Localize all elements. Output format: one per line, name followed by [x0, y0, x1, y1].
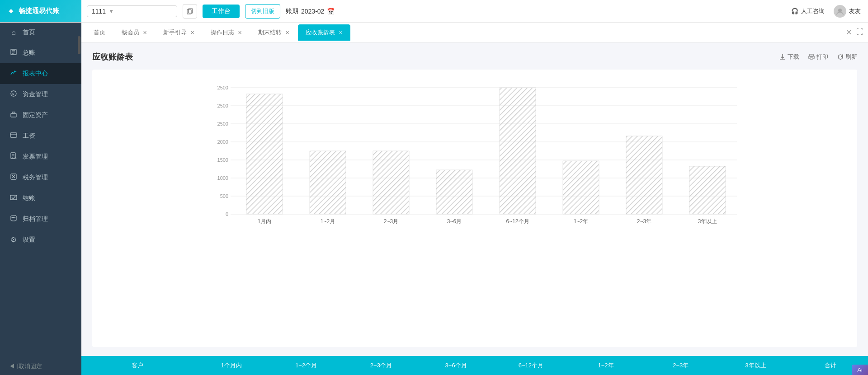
svg-text:1月内: 1月内 — [258, 218, 272, 225]
svg-text:6~12个月: 6~12个月 — [506, 218, 529, 225]
th-1-2year: 1~2年 — [568, 361, 643, 370]
expand-tabs-icon[interactable]: ⛶ — [856, 28, 863, 37]
sidebar-item-funds[interactable]: ¥ 资金管理 — [0, 84, 81, 105]
username: 友友 — [849, 7, 861, 15]
svg-rect-50 — [500, 88, 536, 214]
home-icon: ⌂ — [9, 28, 18, 37]
company-name: 1111 — [92, 8, 106, 15]
sidebar-item-reports[interactable]: 报表中心 — [0, 63, 81, 84]
svg-text:2500: 2500 — [217, 103, 228, 108]
svg-rect-44 — [310, 151, 346, 214]
logo-area: ✦ 畅捷通易代账 — [0, 0, 81, 22]
th-3year-plus: 3年以上 — [718, 361, 793, 370]
table-header: 客户 1个月内 1~2个月 2~3个月 3~6个月 6~12个月 1~2年 2~… — [81, 356, 868, 375]
switch-version-button[interactable]: 切到旧版 — [245, 4, 280, 19]
chart-container: 2500 2500 2500 2000 1500 1000 500 0 — [92, 70, 857, 347]
svg-text:1000: 1000 — [217, 175, 228, 181]
assets-icon — [9, 111, 18, 120]
header-right: 🎧 人工咨询 友友 — [791, 5, 861, 18]
copy-button[interactable] — [183, 4, 197, 19]
close-tab-period-end[interactable]: ✕ — [285, 30, 289, 36]
sidebar: ⌂ 首页 总账 报表中心 ¥ 资金管理 固定资产 — [0, 23, 81, 375]
svg-rect-48 — [436, 170, 472, 214]
svg-text:1500: 1500 — [217, 157, 228, 163]
svg-text:¥: ¥ — [12, 92, 14, 96]
svg-rect-52 — [563, 161, 599, 214]
close-all-tabs-icon[interactable]: ✕ — [846, 28, 852, 37]
workbench-button[interactable]: 工作台 — [203, 5, 240, 18]
settings-icon: ⚙ — [9, 235, 18, 244]
reports-icon — [9, 69, 18, 78]
svg-text:2500: 2500 — [217, 121, 228, 127]
close-tab-aging[interactable]: ✕ — [339, 30, 343, 36]
scroll-indicator — [78, 36, 80, 54]
invoice-icon — [9, 152, 18, 161]
logo-text: 畅捷通易代账 — [19, 7, 59, 15]
company-selector[interactable]: 1111 ▼ — [87, 5, 177, 17]
svg-rect-9 — [11, 113, 16, 117]
logo-icon: ✦ — [7, 6, 15, 17]
svg-text:2~3月: 2~3月 — [384, 218, 398, 225]
page-title: 应收账龄表 — [92, 52, 133, 62]
chart-area: 2500 2500 2500 2000 1500 1000 500 0 — [101, 79, 848, 338]
calendar-icon[interactable]: 📅 — [327, 8, 335, 15]
sidebar-item-payroll[interactable]: 工资 — [0, 126, 81, 146]
th-6-12month: 6~12个月 — [493, 361, 568, 370]
sidebar-item-settings[interactable]: ⚙ 设置 — [0, 230, 81, 250]
consult-button[interactable]: 🎧 人工咨询 — [791, 7, 825, 15]
page-content: 应收账龄表 下载 打印 刷新 — [81, 42, 868, 356]
refresh-button[interactable]: 刷新 — [837, 53, 857, 61]
funds-icon: ¥ — [9, 90, 18, 99]
svg-text:1~2月: 1~2月 — [321, 218, 335, 225]
svg-point-2 — [838, 9, 842, 12]
tabs-actions: ✕ ⛶ — [846, 28, 863, 37]
ledger-icon — [9, 48, 18, 57]
tab-home[interactable]: 首页 — [86, 24, 113, 41]
period-value: 2023-02 — [301, 8, 324, 15]
svg-rect-46 — [373, 151, 409, 214]
user-area[interactable]: 友友 — [834, 5, 861, 18]
svg-text:0: 0 — [226, 211, 228, 217]
svg-text:1~2年: 1~2年 — [574, 218, 588, 225]
tab-oplog[interactable]: 操作日志 ✕ — [203, 24, 250, 41]
sidebar-item-ledger[interactable]: 总账 — [0, 42, 81, 63]
sidebar-item-assets[interactable]: 固定资产 — [0, 105, 81, 126]
top-header: ✦ 畅捷通易代账 1111 ▼ 工作台 切到旧版 账期 2023-02 📅 🎧 … — [0, 0, 868, 23]
sidebar-item-home[interactable]: ⌂ 首页 — [0, 23, 81, 42]
th-2-3year: 2~3年 — [643, 361, 718, 370]
sidebar-item-archive[interactable]: 归档管理 — [0, 209, 81, 230]
tab-aging[interactable]: 应收账龄表 ✕ — [298, 24, 350, 41]
tab-period-end[interactable]: 期末结转 ✕ — [250, 24, 297, 41]
sidebar-item-settle[interactable]: 结账 — [0, 188, 81, 209]
tab-member[interactable]: 畅会员 ✕ — [114, 24, 155, 41]
page-actions: 下载 打印 刷新 — [779, 53, 857, 61]
unpin-button[interactable]: ◀‖取消固定 — [0, 358, 81, 375]
ai-badge[interactable]: Ai — [852, 365, 868, 375]
close-tab-oplog[interactable]: ✕ — [238, 30, 242, 36]
tabs-bar: 首页 畅会员 ✕ 新手引导 ✕ 操作日志 ✕ 期末结转 ✕ 应收账龄表 ✕ — [81, 23, 868, 42]
page-header: 应收账龄表 下载 打印 刷新 — [92, 52, 857, 62]
sidebar-item-invoice[interactable]: 发票管理 — [0, 146, 81, 167]
tax-icon — [9, 173, 18, 182]
svg-rect-54 — [626, 136, 662, 214]
close-tab-guide[interactable]: ✕ — [190, 30, 194, 36]
download-button[interactable]: 下载 — [779, 53, 799, 61]
period-area: 账期 2023-02 📅 — [286, 7, 335, 15]
th-customer: 客户 — [81, 361, 194, 370]
tab-guide[interactable]: 新手引导 ✕ — [156, 24, 202, 41]
svg-point-20 — [11, 216, 16, 218]
period-label: 账期 — [286, 7, 298, 15]
th-2-3month: 2~3个月 — [344, 361, 419, 370]
close-tab-member[interactable]: ✕ — [143, 30, 147, 36]
svg-text:3~6月: 3~6月 — [447, 218, 462, 225]
headset-icon: 🎧 — [791, 8, 798, 14]
sidebar-item-tax[interactable]: 税务管理 — [0, 167, 81, 188]
svg-rect-10 — [10, 133, 17, 137]
svg-text:2~3年: 2~3年 — [637, 218, 651, 225]
th-1month: 1个月内 — [194, 361, 269, 370]
th-1-2month: 1~2个月 — [269, 361, 344, 370]
settle-icon — [9, 194, 18, 203]
print-button[interactable]: 打印 — [808, 53, 828, 61]
svg-text:2500: 2500 — [217, 85, 228, 90]
payroll-icon — [9, 131, 18, 141]
